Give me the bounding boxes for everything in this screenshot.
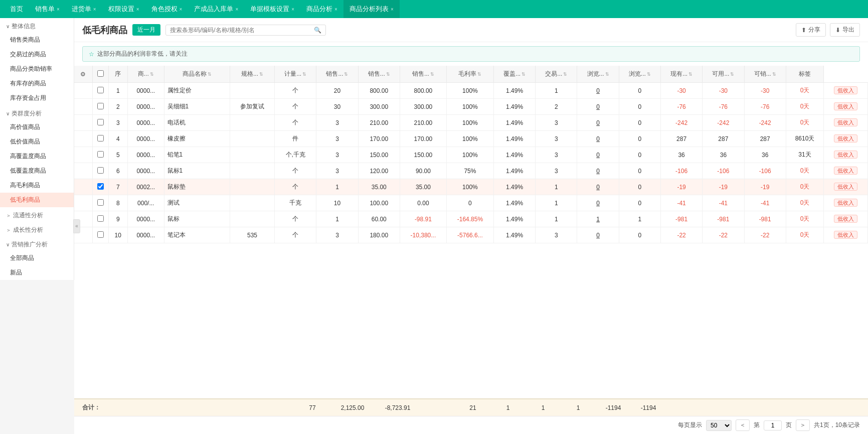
row-checkbox-cell[interactable] xyxy=(92,195,108,211)
sidebar-item-capital[interactable]: 库存资金占用 xyxy=(0,91,74,105)
col-browse2[interactable]: 浏览... ⇅ xyxy=(619,66,660,83)
sidebar-item-category-sales-rate[interactable]: 商品分类助销率 xyxy=(0,62,74,76)
sidebar-collapse-button[interactable]: « xyxy=(73,219,80,233)
row-checkbox-cell[interactable] xyxy=(92,83,108,99)
nav-sales[interactable]: 销售单 × xyxy=(29,0,66,18)
col-coverage[interactable]: 覆盖... ⇅ xyxy=(493,66,535,83)
col-days[interactable]: 可销... ⇅ xyxy=(744,66,786,83)
row-name-cell[interactable]: 鼠标1 xyxy=(164,163,230,179)
close-icon[interactable]: × xyxy=(334,7,337,12)
row-trade-cell[interactable]: 0 xyxy=(577,179,619,195)
sidebar-item-high-coverage[interactable]: 高覆盖度商品 xyxy=(0,149,74,164)
sidebar-group-marketing[interactable]: ∨ 营销推广分析 xyxy=(0,236,74,251)
row-checkbox-cell[interactable] xyxy=(92,147,108,163)
close-icon[interactable]: × xyxy=(93,7,96,12)
close-icon[interactable]: × xyxy=(136,7,139,12)
sidebar-item-low-coverage[interactable]: 低覆盖度商品 xyxy=(0,164,74,178)
filter-recent-month-button[interactable]: 近一月 xyxy=(132,24,160,36)
row-checkbox-cell[interactable] xyxy=(92,131,108,147)
col-checkbox[interactable] xyxy=(92,66,108,83)
row-name-cell[interactable]: 鼠标 xyxy=(164,211,230,227)
page-number-input[interactable] xyxy=(764,420,782,430)
sidebar-item-new-goods[interactable]: 新品 xyxy=(0,265,74,280)
nav-purchase[interactable]: 进货单 × xyxy=(66,0,102,18)
row-trade-cell[interactable]: 0 xyxy=(577,131,619,147)
row-trade-cell[interactable]: 0 xyxy=(577,147,619,163)
sidebar-item-high-value[interactable]: 高价值商品 xyxy=(0,120,74,134)
close-icon[interactable]: × xyxy=(235,7,238,12)
row-checkbox-cell[interactable] xyxy=(92,99,108,115)
select-all-checkbox[interactable] xyxy=(97,70,104,77)
col-current[interactable]: 现有... ⇅ xyxy=(660,66,702,83)
row-trade-cell[interactable]: 0 xyxy=(577,195,619,211)
row-checkbox-cell[interactable] xyxy=(92,163,108,179)
col-browse1[interactable]: 浏览... ⇅ xyxy=(577,66,619,83)
row-checkbox[interactable] xyxy=(97,215,104,222)
row-checkbox[interactable] xyxy=(97,199,104,206)
col-price[interactable]: 销售... ⇅ xyxy=(358,66,400,83)
nav-permissions[interactable]: 权限设置 × xyxy=(102,0,145,18)
row-name-cell[interactable]: 铅笔1 xyxy=(164,147,230,163)
row-checkbox-cell[interactable] xyxy=(92,211,108,227)
close-icon[interactable]: × xyxy=(180,7,183,12)
row-name-cell[interactable]: 属性定价 xyxy=(164,83,230,99)
col-qty[interactable]: 销售... ⇅ xyxy=(316,66,358,83)
sidebar-group-circulation[interactable]: ＞ 流通性分析 xyxy=(0,207,74,222)
row-checkbox[interactable] xyxy=(97,167,104,174)
search-input[interactable] xyxy=(170,27,312,34)
row-trade-cell[interactable]: 0 xyxy=(577,83,619,99)
nav-roles[interactable]: 角色授权 × xyxy=(145,0,189,18)
close-icon[interactable]: × xyxy=(391,7,394,12)
row-trade-cell[interactable]: 0 xyxy=(577,115,619,131)
row-trade-cell[interactable]: 0 xyxy=(577,163,619,179)
sidebar-item-in-stock[interactable]: 有库存的商品 xyxy=(0,76,74,91)
col-avail[interactable]: 可用... ⇅ xyxy=(703,66,744,83)
col-trade[interactable]: 交易... ⇅ xyxy=(536,66,577,83)
nav-product-analysis[interactable]: 商品分析 × xyxy=(300,0,343,18)
row-trade-cell[interactable]: 0 xyxy=(577,227,619,243)
sidebar-item-high-margin[interactable]: 高毛利商品 xyxy=(0,178,74,193)
row-name-cell[interactable]: 橡皮擦 xyxy=(164,131,230,147)
prev-page-button[interactable]: ＜ xyxy=(736,419,750,431)
row-checkbox[interactable] xyxy=(97,151,104,158)
row-name-cell[interactable]: 笔记本 xyxy=(164,227,230,243)
row-name-cell[interactable]: 吴细细1 xyxy=(164,99,230,115)
row-name-cell[interactable]: 测试 xyxy=(164,195,230,211)
nav-product-analysis-list[interactable]: 商品分析列表 × xyxy=(343,0,400,18)
sidebar-item-low-margin[interactable]: 低毛利商品 xyxy=(0,193,74,207)
sidebar-item-traded-goods[interactable]: 交易过的商品 xyxy=(0,47,74,62)
share-button[interactable]: ⬆ 分享 xyxy=(796,23,826,37)
row-checkbox[interactable] xyxy=(97,183,104,190)
row-checkbox[interactable] xyxy=(97,103,104,109)
sidebar-group-overall[interactable]: ∨ 整体信息 xyxy=(0,18,74,33)
nav-product-inbound[interactable]: 产成品入库单 × xyxy=(188,0,244,18)
col-gross-rate[interactable]: 毛利率 ⇅ xyxy=(446,66,493,83)
close-icon[interactable]: × xyxy=(291,7,294,12)
row-trade-cell[interactable]: 1 xyxy=(577,211,619,227)
nav-template-settings[interactable]: 单据模板设置 × xyxy=(244,0,300,18)
row-checkbox[interactable] xyxy=(97,119,104,125)
sidebar-group-cluster[interactable]: ∨ 类群度分析 xyxy=(0,105,74,120)
per-page-select[interactable]: 50 100 200 xyxy=(706,420,732,431)
export-button[interactable]: ⬇ 导出 xyxy=(830,23,860,37)
row-trade-cell[interactable]: 0 xyxy=(577,99,619,115)
col-name[interactable]: 商品名称 ⇅ xyxy=(164,66,230,83)
row-checkbox[interactable] xyxy=(97,231,104,238)
sidebar-group-growth[interactable]: ＞ 成长性分析 xyxy=(0,222,74,236)
sidebar-item-low-value[interactable]: 低价值商品 xyxy=(0,134,74,149)
search-icon[interactable]: 🔍 xyxy=(314,27,321,34)
nav-home[interactable]: 首页 xyxy=(4,0,29,18)
row-checkbox[interactable] xyxy=(97,135,104,141)
sidebar-item-all-goods[interactable]: 全部商品 xyxy=(0,251,74,265)
col-sales[interactable]: 销售... ⇅ xyxy=(400,66,446,83)
col-spec[interactable]: 规格... ⇅ xyxy=(230,66,275,83)
col-unit[interactable]: 计量... ⇅ xyxy=(275,66,316,83)
col-settings[interactable]: ⚙ xyxy=(74,66,92,83)
col-code[interactable]: 商... ⇅ xyxy=(127,66,164,83)
row-checkbox-cell[interactable] xyxy=(92,115,108,131)
row-checkbox[interactable] xyxy=(97,87,104,93)
row-checkbox-cell[interactable] xyxy=(92,227,108,243)
settings-icon[interactable]: ⚙ xyxy=(80,71,86,78)
next-page-button[interactable]: ＞ xyxy=(796,419,810,431)
row-name-cell[interactable]: 鼠标垫 xyxy=(164,179,230,195)
